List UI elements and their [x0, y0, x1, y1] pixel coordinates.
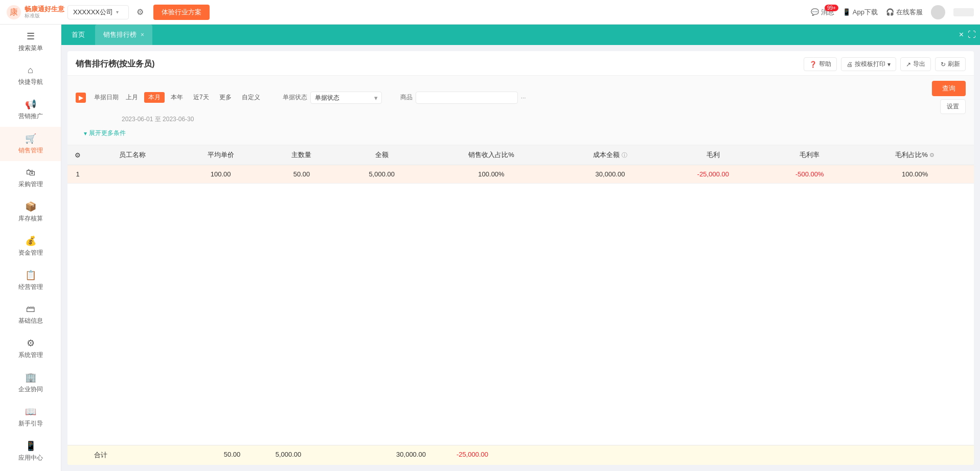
refresh-icon: ↻ [941, 61, 946, 68]
home-tab-label: 首页 [72, 30, 85, 39]
date-tab-7days[interactable]: 近7天 [189, 92, 213, 103]
goods-filter-item: 商品 ··· [400, 92, 526, 104]
sidebar-item-search[interactable]: ☰ 搜索菜单 [0, 25, 61, 59]
date-filter-item: 单据日期 上月 本月 本年 近7天 更多 自定义 [94, 92, 264, 103]
cell-rank: 1 [67, 165, 88, 184]
tab-fullscreen-icon[interactable]: ⛶ [968, 30, 976, 39]
tab-close-icon[interactable]: × [141, 31, 144, 38]
sidebar-item-label: 采购管理 [18, 180, 43, 189]
company-selector[interactable]: XXXXXX公司 ▾ [67, 5, 129, 19]
svg-text:康: 康 [10, 8, 18, 16]
app-download-button[interactable]: 📱 App下载 [842, 8, 878, 17]
sidebar-item-inventory[interactable]: 📦 库存核算 [0, 195, 61, 229]
logo-area: 康 畅康通好生意 标准版 [6, 5, 67, 20]
sidebar-item-label: 快捷导航 [18, 78, 43, 86]
table-footer: 合计 50.00 5,000.00 30,000.00 -25,000.00 [67, 445, 974, 465]
tab-close-window-icon[interactable]: × [959, 30, 964, 39]
megaphone-icon: 📢 [25, 99, 36, 110]
table-head: ⚙ 员工名称 平均单价 主数量 全额 销售收入占比% 成本全额 ⓘ [67, 145, 974, 165]
mobile-icon: 📱 [25, 440, 36, 452]
date-tab-thismonth[interactable]: 本月 [144, 92, 165, 103]
goods-input[interactable] [416, 92, 518, 104]
tab-home[interactable]: 首页 [61, 25, 95, 45]
page-content: 销售排行榜(按业务员) ❓ 帮助 🖨 按模板打印 ▾ ↗ [61, 45, 980, 471]
print-chevron-icon: ▾ [887, 61, 891, 68]
box-icon: 📦 [25, 201, 36, 212]
building-icon: 🏢 [25, 372, 36, 383]
sidebar-item-wechat[interactable]: 💬 企业微信 [0, 468, 61, 471]
cell-main-qty: 50.00 [265, 165, 338, 184]
tab-bar-right: × ⛶ [959, 30, 980, 39]
footer-amount: 5,000.00 [258, 451, 319, 460]
sidebar-item-marketing[interactable]: 📢 营销推广 [0, 93, 61, 127]
sidebar-item-label: 系统管理 [18, 351, 43, 360]
avatar[interactable] [931, 5, 945, 19]
sidebar-item-sales[interactable]: 🛒 销售管理 [0, 127, 61, 161]
headset-icon: 🎧 [886, 8, 894, 16]
sidebar-item-system[interactable]: ⚙ 系统管理 [0, 331, 61, 366]
help-icon: ❓ [809, 61, 817, 68]
cell-gross-margin: -500.00% [763, 165, 856, 184]
message-icon: 💬 [811, 8, 819, 16]
footer-sales-ratio [319, 451, 380, 460]
refresh-button[interactable]: ↻ 刷新 [935, 57, 966, 71]
expand-more-button[interactable]: ▾ 展开更多条件 [76, 127, 966, 140]
message-button[interactable]: 💬 消息 99+ [811, 8, 834, 17]
sidebar-item-enterprise[interactable]: 🏢 企业协同 [0, 366, 61, 400]
phone-icon: 📱 [842, 8, 851, 16]
cell-sales-ratio: 100.00% [425, 165, 558, 184]
filter-arrow-icon[interactable]: ▶ [76, 93, 86, 103]
cart-icon: 🛒 [25, 133, 36, 144]
date-tab-custom[interactable]: 自定义 [238, 92, 264, 103]
sidebar-item-label: 搜索菜单 [18, 44, 43, 53]
username-text [953, 8, 974, 16]
main-layout: ☰ 搜索菜单 ⌂ 快捷导航 📢 营销推广 🛒 销售管理 🛍 采购管理 📦 库存核… [0, 25, 980, 471]
sidebar-item-purchase[interactable]: 🛍 采购管理 [0, 161, 61, 195]
sidebar-item-appcenter[interactable]: 📱 应用中心 [0, 434, 61, 468]
col-gear: ⚙ [67, 145, 88, 165]
footer-cost-amount: 30,000.00 [380, 451, 442, 460]
sidebar-item-guide[interactable]: 📖 新手引导 [0, 400, 61, 434]
query-button[interactable]: 查询 [932, 81, 966, 96]
gross-ratio-icon[interactable]: ⚙ [929, 152, 935, 158]
bag-icon: 🛍 [26, 167, 35, 178]
gear-icon: ⚙ [136, 7, 144, 17]
home-icon: ⌂ [28, 65, 33, 76]
status-select[interactable]: 单据状态 [310, 92, 382, 104]
help-button[interactable]: ❓ 帮助 [804, 57, 837, 71]
sidebar-item-basicinfo[interactable]: 🗃 基础信息 [0, 298, 61, 331]
sidebar-item-label: 资金管理 [18, 249, 43, 257]
table-row: 1 100.00 50.00 5,000.00 100.00% 30,000.0… [67, 165, 974, 184]
top-right-area: 💬 消息 99+ 📱 App下载 🎧 在线客服 [811, 5, 974, 19]
settings-button[interactable]: 设置 [940, 99, 966, 114]
date-tab-lastmonth[interactable]: 上月 [122, 92, 142, 103]
sidebar-item-quicknav[interactable]: ⌂ 快捷导航 [0, 59, 61, 93]
goods-more-icon[interactable]: ··· [521, 94, 526, 101]
footer-gross-ratio [564, 451, 616, 460]
table-header-row: ⚙ 员工名称 平均单价 主数量 全额 销售收入占比% 成本全额 ⓘ [67, 145, 974, 165]
sidebar-item-operations[interactable]: 📋 经营管理 [0, 263, 61, 298]
online-service-button[interactable]: 🎧 在线客服 [886, 8, 923, 17]
col-cost-amount: 成本全额 ⓘ [557, 145, 663, 165]
logo-sub-text: 标准版 [25, 13, 64, 19]
date-tab-more[interactable]: 更多 [215, 92, 236, 103]
tab-sales-ranking[interactable]: 销售排行榜 × [95, 25, 152, 45]
sidebar-item-label: 企业协同 [18, 385, 43, 394]
export-button[interactable]: ↗ 导出 [900, 57, 931, 71]
filter-toggle[interactable]: ▶ [76, 93, 86, 103]
search-icon: ☰ [27, 31, 35, 42]
cell-avg-price: 100.00 [176, 165, 265, 184]
col-gross-margin: 毛利率 [763, 145, 856, 165]
tab-bar: 首页 销售排行榜 × × ⛶ [61, 25, 980, 45]
cost-info-icon[interactable]: ⓘ [622, 152, 627, 158]
sidebar-item-label: 销售管理 [18, 146, 43, 155]
topbar-settings-button[interactable]: ⚙ [132, 4, 148, 20]
date-tab-thisyear[interactable]: 本年 [167, 92, 187, 103]
content-area: 首页 销售排行榜 × × ⛶ 销售排行榜(按业务员) ❓ [61, 25, 980, 471]
print-button[interactable]: 🖨 按模板打印 ▾ [841, 57, 896, 71]
top-bar: 康 畅康通好生意 标准版 XXXXXX公司 ▾ ⚙ 体验行业方案 💬 消息 99… [0, 0, 980, 25]
company-name: XXXXXX公司 [73, 8, 113, 17]
experience-button[interactable]: 体验行业方案 [153, 5, 210, 20]
sidebar-item-finance[interactable]: 💰 资金管理 [0, 229, 61, 263]
sidebar-item-label: 基础信息 [18, 317, 43, 325]
